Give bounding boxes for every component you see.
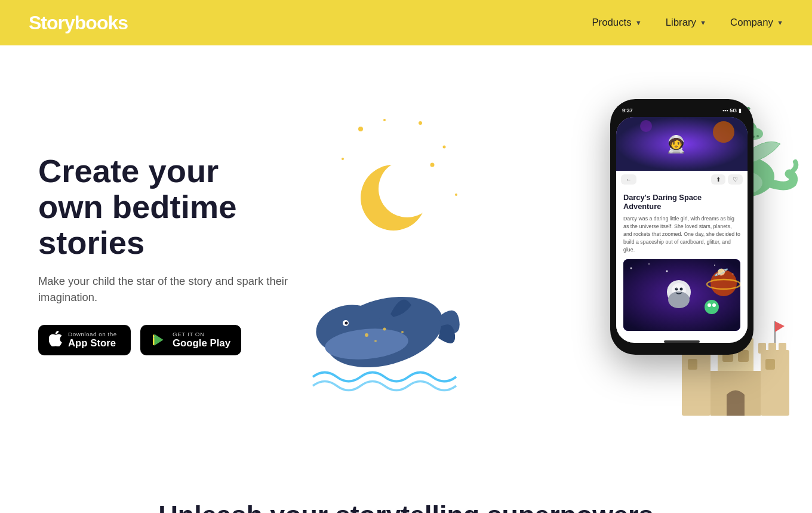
phone-time: 9:37 xyxy=(622,107,633,113)
svg-rect-57 xyxy=(761,350,789,416)
svg-point-2 xyxy=(419,121,422,125)
chevron-down-icon: ▼ xyxy=(635,19,642,26)
svg-point-16 xyxy=(365,333,368,337)
svg-point-17 xyxy=(383,328,386,331)
svg-point-40 xyxy=(675,285,680,289)
app-store-label-big: App Store xyxy=(68,337,117,349)
svg-point-5 xyxy=(430,163,435,167)
store-buttons: Download on the App Store GET IT ON Goog… xyxy=(38,325,289,355)
svg-point-4 xyxy=(342,158,344,160)
chevron-down-icon: ▼ xyxy=(777,19,783,26)
phone-mockup: 9:37 ▪▪▪ 5G ▮ xyxy=(610,99,753,355)
nav-links: Products ▼ Library ▼ Company ▼ xyxy=(592,17,783,29)
svg-rect-65 xyxy=(765,359,775,370)
svg-point-25 xyxy=(630,267,632,269)
svg-point-6 xyxy=(383,119,386,121)
moon-stars-decoration xyxy=(325,111,462,248)
svg-point-21 xyxy=(713,121,734,143)
app-store-label-small: Download on the xyxy=(68,331,117,337)
phone-heart-button[interactable]: ♡ xyxy=(728,174,743,185)
hero-left: Create your own bedtime stories Make you… xyxy=(38,153,289,355)
svg-rect-60 xyxy=(779,343,786,354)
svg-point-39 xyxy=(680,287,683,290)
phone-action-bar: ← ⬆ ♡ xyxy=(616,171,748,188)
signal-icon: ▪▪▪ xyxy=(722,107,728,113)
google-play-icon xyxy=(151,332,167,348)
phone-home-bar xyxy=(664,340,700,343)
svg-point-15 xyxy=(345,322,348,325)
svg-rect-64 xyxy=(688,359,697,370)
chevron-down-icon: ▼ xyxy=(700,19,706,26)
apple-icon xyxy=(49,331,62,349)
nav-library[interactable]: Library ▼ xyxy=(666,17,706,29)
phone-screen: 🧑‍🚀 ← ⬆ ♡ Darcy's Daring Space Adventure… xyxy=(616,117,748,343)
hero-section: Create your own bedtime stories Make you… xyxy=(0,45,812,463)
svg-point-33 xyxy=(708,303,711,307)
svg-point-28 xyxy=(714,265,715,266)
svg-point-7 xyxy=(455,193,457,196)
svg-point-22 xyxy=(640,120,652,132)
hero-subtext: Make your child the star of the story an… xyxy=(38,273,289,306)
nav-company[interactable]: Company ▼ xyxy=(730,17,783,29)
hero-heading: Create your own bedtime stories xyxy=(38,153,289,261)
svg-point-27 xyxy=(666,270,668,272)
google-play-button[interactable]: GET IT ON Google Play xyxy=(140,325,241,355)
phone-story-header: 🧑‍🚀 xyxy=(616,117,748,171)
phone-back-button[interactable]: ← xyxy=(621,174,636,185)
svg-rect-59 xyxy=(768,343,776,354)
svg-point-46 xyxy=(756,135,759,137)
site-logo[interactable]: Storybooks xyxy=(29,12,128,34)
svg-point-26 xyxy=(648,263,650,265)
phone-story-title: Darcy's Daring Space Adventure xyxy=(623,193,740,211)
phone-story-text: Darcy was a daring little girl, with dre… xyxy=(623,215,740,254)
svg-point-30 xyxy=(710,270,737,296)
svg-point-19 xyxy=(374,340,377,342)
svg-marker-0 xyxy=(154,334,163,346)
svg-point-18 xyxy=(401,331,404,333)
phone-story-content: Darcy's Daring Space Adventure Darcy was… xyxy=(616,188,748,336)
phone-status-bar: 9:37 ▪▪▪ 5G ▮ xyxy=(616,107,748,117)
google-play-label-big: Google Play xyxy=(173,337,230,349)
google-play-label-small: GET IT ON xyxy=(173,331,230,337)
phone-share-button[interactable]: ⬆ xyxy=(711,174,725,185)
svg-point-34 xyxy=(712,303,716,307)
svg-point-10 xyxy=(379,160,436,217)
bottom-section: Unleash your storytelling superpowers xyxy=(0,463,812,513)
whale-decoration xyxy=(307,272,462,392)
bottom-heading: Unleash your storytelling superpowers xyxy=(29,499,783,513)
phone-status-icons: ▪▪▪ 5G ▮ xyxy=(722,107,742,113)
network-type: 5G xyxy=(730,107,737,113)
phone-story-image xyxy=(623,259,740,331)
svg-point-1 xyxy=(358,127,363,131)
battery-icon: ▮ xyxy=(739,107,742,113)
hero-center: 9:37 ▪▪▪ 5G ▮ xyxy=(289,87,783,422)
app-store-button[interactable]: Download on the App Store xyxy=(38,325,131,355)
svg-point-3 xyxy=(443,146,446,149)
navbar: Storybooks Products ▼ Library ▼ Company … xyxy=(0,0,812,45)
nav-products[interactable]: Products ▼ xyxy=(592,17,641,29)
svg-text:🧑‍🚀: 🧑‍🚀 xyxy=(666,134,687,154)
svg-point-32 xyxy=(705,300,719,314)
svg-rect-58 xyxy=(758,343,766,354)
